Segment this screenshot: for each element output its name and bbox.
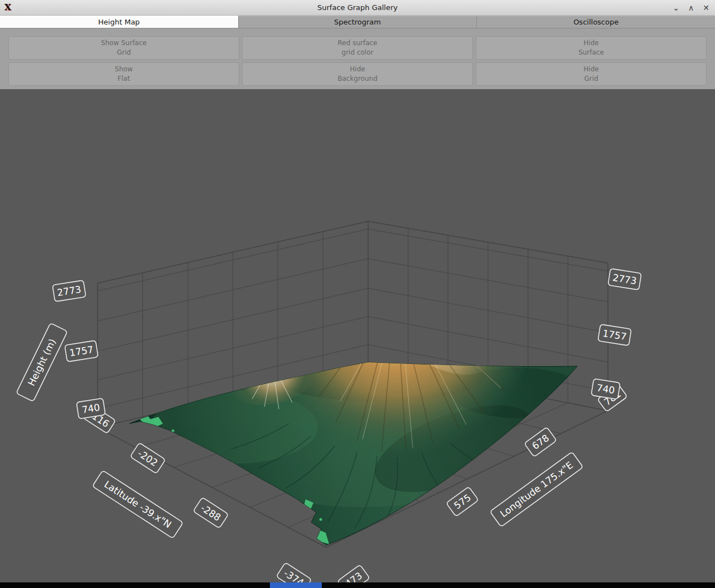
button-label: Hide [350,65,365,74]
tick-label-height-740-right: 740 [591,378,620,399]
taskbar-highlight-segment[interactable] [270,582,322,588]
button-label: Hide [583,65,598,74]
button-label: grid color [342,48,374,57]
button-label: Hide [583,38,598,48]
toolbar: Show Surface Grid Red surface grid color… [0,28,715,89]
window-close-icon[interactable]: ✕ [703,0,709,16]
tick-label-height-740-left: 740 [76,398,105,419]
window-maximize-icon[interactable]: ∧ [688,0,694,16]
button-label: Grid [584,74,598,84]
hide-background-button[interactable]: Hide Background [242,62,473,86]
hide-grid-button[interactable]: Hide Grid [476,62,707,86]
window-title: Surface Graph Gallery [0,3,715,12]
hide-surface-button[interactable]: Hide Surface [476,36,707,60]
red-surface-grid-color-button[interactable]: Red surface grid color [242,36,473,60]
tab-oscilloscope[interactable]: Oscilloscope [477,16,715,28]
button-label: Surface [578,48,604,57]
height-map-chart[interactable]: -116 2773 1757 740 Height (m) [0,89,715,582]
button-label: Flat [118,74,130,84]
show-flat-button[interactable]: Show Flat [8,62,239,86]
button-label: Red surface [338,38,378,48]
button-label: Grid [117,48,131,57]
button-label: Show Surface [101,38,147,48]
application-window: X Surface Graph Gallery ⌄ ∧ ✕ Height Map… [0,0,715,582]
window-shade-icon[interactable]: ⌄ [673,0,679,16]
button-label: Background [337,74,378,84]
show-surface-grid-button[interactable]: Show Surface Grid [8,36,239,60]
window-titlebar: X Surface Graph Gallery ⌄ ∧ ✕ [0,0,715,16]
tab-bar: Height Map Spectrogram Oscilloscope [0,16,715,28]
window-controls: ⌄ ∧ ✕ [673,0,709,16]
tab-spectrogram[interactable]: Spectrogram [239,16,477,28]
taskbar-strip [0,582,715,588]
tab-height-map[interactable]: Height Map [0,16,239,28]
button-label: Show [115,65,133,74]
